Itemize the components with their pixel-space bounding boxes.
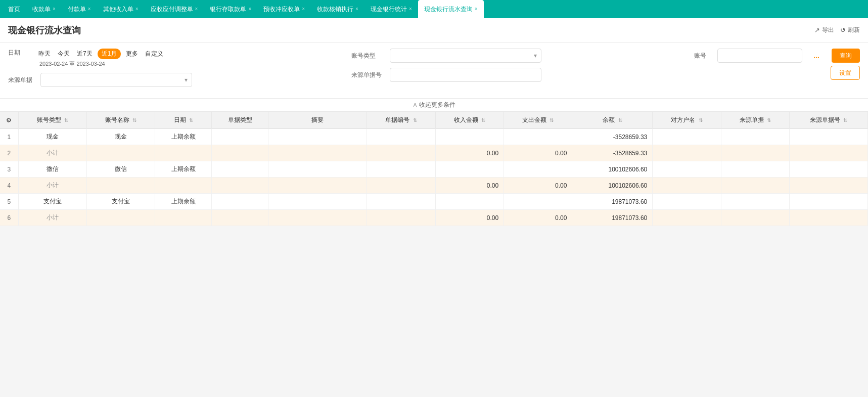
source-doc-num-label: 来源单据号 <box>351 71 382 79</box>
table-row[interactable]: 6小计0.000.0019871073.60 <box>0 210 868 226</box>
nav-cash-bank-flow-label: 现金银行流水查询 <box>424 0 473 18</box>
nav-payment-label: 付款单 <box>68 0 86 18</box>
sort-source-doc-icon: ⇅ <box>767 117 771 123</box>
sort-doc-num-icon: ⇅ <box>413 117 417 123</box>
header-actions: ↗ 导出 ↺ 刷新 <box>814 26 860 34</box>
nav-receipt-label: 收款单 <box>32 0 51 18</box>
nav-cash-bank-stats-label: 现金银行统计 <box>371 0 407 18</box>
date-opt-1month[interactable]: 近1月 <box>98 49 121 59</box>
nav-prepay-offset-label: 预收冲应收单 <box>263 0 300 18</box>
col-expense[interactable]: 支出金额 ⇅ <box>504 112 572 129</box>
sort-account-type-icon: ⇅ <box>64 117 68 123</box>
date-range: 2023-02-24 至 2023-03-24 <box>39 60 165 68</box>
account-type-label: 账号类型 <box>351 52 382 60</box>
nav-bank-deposit-label: 银行存取款单 <box>210 0 246 18</box>
sort-date-icon: ⇅ <box>189 117 193 123</box>
col-account-type[interactable]: 账号类型 ⇅ <box>18 112 86 129</box>
source-doc-num-input[interactable] <box>390 68 541 82</box>
sort-expense-icon: ⇅ <box>550 117 554 123</box>
nav-writeoff-close[interactable]: × <box>355 0 358 18</box>
filter-area: 日期 昨天 今天 近7天 近1月 更多 自定义 2023-02-24 至 202… <box>0 42 868 99</box>
nav-bank-deposit[interactable]: 银行存取款单 × <box>204 0 257 18</box>
account-type-chevron-icon: ▾ <box>534 52 537 59</box>
nav-prepay-offset[interactable]: 预收冲应收单 × <box>257 0 311 18</box>
nav-payment[interactable]: 付款单 × <box>62 0 97 18</box>
export-label: 导出 <box>822 26 834 34</box>
nav-cash-bank-flow[interactable]: 现金银行流水查询 × <box>418 0 484 18</box>
nav-ar-ap-adjust-label: 应收应付调整单 <box>151 0 193 18</box>
nav-prepay-offset-close[interactable]: × <box>302 0 305 18</box>
sort-income-icon: ⇅ <box>481 117 485 123</box>
settings-button[interactable]: 设置 <box>831 66 860 80</box>
data-table-container: ⚙ 账号类型 ⇅ 账号名称 ⇅ 日期 ⇅ 单据类型 摘要 <box>0 112 868 226</box>
page-title: 现金银行流水查询 <box>8 24 81 36</box>
nav-home[interactable]: 首页 <box>2 0 26 18</box>
nav-ar-ap-adjust-close[interactable]: × <box>195 0 198 18</box>
top-navigation: 首页 收款单 × 付款单 × 其他收入单 × 应收应付调整单 × 银行存取款单 … <box>0 0 868 18</box>
query-button[interactable]: 查询 <box>832 49 860 63</box>
date-opt-custom[interactable]: 自定义 <box>143 49 165 59</box>
date-opt-more[interactable]: 更多 <box>124 49 140 59</box>
nav-receipt[interactable]: 收款单 × <box>26 0 62 18</box>
sort-counterpart-icon: ⇅ <box>699 117 703 123</box>
data-table: ⚙ 账号类型 ⇅ 账号名称 ⇅ 日期 ⇅ 单据类型 摘要 <box>0 112 868 226</box>
source-doc-chevron-icon: ▾ <box>185 76 188 83</box>
nav-bank-deposit-close[interactable]: × <box>248 0 251 18</box>
export-button[interactable]: ↗ 导出 <box>814 26 834 34</box>
date-opt-7days[interactable]: 近7天 <box>75 49 95 59</box>
nav-writeoff-label: 收款核销执行 <box>317 0 353 18</box>
date-options: 昨天 今天 近7天 近1月 更多 自定义 <box>36 49 165 59</box>
col-doc-num[interactable]: 单据编号 ⇅ <box>367 112 435 129</box>
table-row[interactable]: 2小计0.000.00-3528659.33 <box>0 145 868 161</box>
account-input[interactable] <box>717 49 802 63</box>
col-income[interactable]: 收入金额 ⇅ <box>435 112 504 129</box>
date-label: 日期 <box>8 49 28 57</box>
nav-receipt-close[interactable]: × <box>53 0 56 18</box>
table-row[interactable]: 5支付宝支付宝上期余额19871073.60 <box>0 194 868 210</box>
date-opt-today[interactable]: 今天 <box>56 49 72 59</box>
table-row[interactable]: 3微信微信上期余额100102606.60 <box>0 161 868 178</box>
export-icon: ↗ <box>814 26 820 34</box>
account-type-select[interactable]: ▾ <box>390 49 541 63</box>
sort-balance-icon: ⇅ <box>618 117 622 123</box>
col-counterpart[interactable]: 对方户名 ⇅ <box>653 112 721 129</box>
nav-cash-bank-stats[interactable]: 现金银行统计 × <box>364 0 418 18</box>
col-date[interactable]: 日期 ⇅ <box>155 112 212 129</box>
page-header: 现金银行流水查询 ↗ 导出 ↺ 刷新 <box>0 18 868 42</box>
nav-payment-close[interactable]: × <box>88 0 91 18</box>
gear-icon: ⚙ <box>6 117 12 124</box>
more-dots-button[interactable]: ... <box>813 52 819 60</box>
table-header-row: ⚙ 账号类型 ⇅ 账号名称 ⇅ 日期 ⇅ 单据类型 摘要 <box>0 112 868 129</box>
nav-ar-ap-adjust[interactable]: 应收应付调整单 × <box>145 0 204 18</box>
col-account-name[interactable]: 账号名称 ⇅ <box>86 112 155 129</box>
col-summary: 摘要 <box>268 112 367 129</box>
refresh-label: 刷新 <box>848 26 860 34</box>
col-gear[interactable]: ⚙ <box>0 112 18 129</box>
source-doc-label: 来源单据 <box>8 76 32 84</box>
refresh-icon: ↺ <box>840 26 846 34</box>
col-doc-type: 单据类型 <box>212 112 268 129</box>
sort-account-name-icon: ⇅ <box>132 117 136 123</box>
table-row[interactable]: 4小计0.000.00100102606.60 <box>0 178 868 194</box>
collapse-bar[interactable]: ∧ 收起更多条件 <box>0 99 868 112</box>
nav-other-income[interactable]: 其他收入单 × <box>97 0 145 18</box>
nav-other-income-label: 其他收入单 <box>103 0 133 18</box>
table-row[interactable]: 1现金现金上期余额-3528659.33 <box>0 129 868 145</box>
nav-writeoff[interactable]: 收款核销执行 × <box>311 0 364 18</box>
account-label: 账号 <box>694 52 709 60</box>
table-body: 1现金现金上期余额-3528659.332小计0.000.00-3528659.… <box>0 129 868 226</box>
col-source-doc-num[interactable]: 来源单据号 ⇅ <box>789 112 867 129</box>
nav-home-label: 首页 <box>8 0 20 18</box>
collapse-label: ∧ 收起更多条件 <box>413 101 455 108</box>
nav-cash-bank-flow-close[interactable]: × <box>475 0 478 18</box>
source-doc-select[interactable]: ▾ <box>40 73 192 87</box>
col-balance[interactable]: 余额 ⇅ <box>572 112 653 129</box>
nav-cash-bank-stats-close[interactable]: × <box>409 0 412 18</box>
sort-source-doc-num-icon: ⇅ <box>843 117 847 123</box>
refresh-button[interactable]: ↺ 刷新 <box>840 26 860 34</box>
nav-other-income-close[interactable]: × <box>135 0 139 18</box>
date-opt-yesterday[interactable]: 昨天 <box>36 49 53 59</box>
col-source-doc[interactable]: 来源单据 ⇅ <box>721 112 789 129</box>
